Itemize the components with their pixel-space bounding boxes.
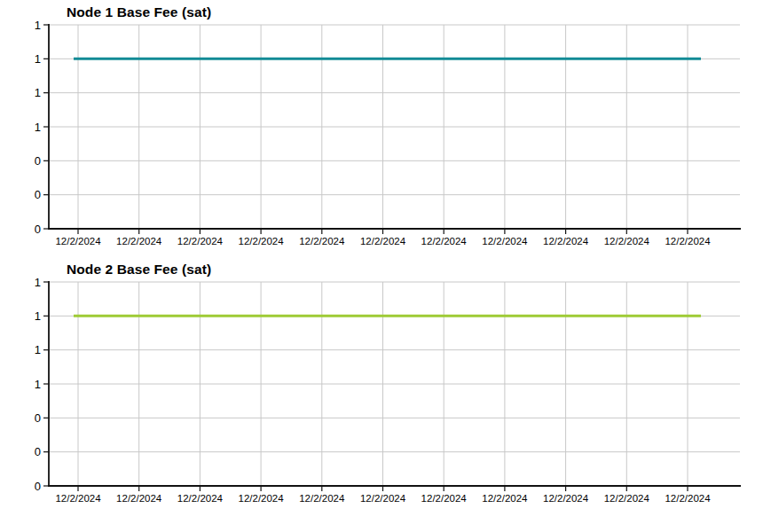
chart-node1-base-fee: Node 1 Base Fee (sat) 111100012/2/202412… [0,0,763,257]
node1-base-fee-plot: 111100012/2/202412/2/202412/2/202412/2/2… [0,0,763,257]
x-tick-label: 12/2/2024 [55,493,101,504]
y-tick-label: 0 [35,154,41,168]
x-tick-label: 12/2/2024 [543,236,589,246]
base-fee-report-page: Node 1 Base Fee (sat) 111100012/2/202412… [0,0,763,532]
x-tick-label: 12/2/2024 [360,493,406,504]
chart-node2-base-fee: Node 2 Base Fee (sat) 111100012/2/202412… [0,257,763,514]
y-tick-label: 0 [35,411,41,425]
x-tick-label: 12/2/2024 [116,236,162,246]
x-tick-label: 12/2/2024 [421,236,468,246]
x-tick-label: 12/2/2024 [177,493,224,504]
x-tick-label: 12/2/2024 [482,236,528,246]
y-tick-label: 1 [35,121,41,134]
y-tick-label: 0 [35,445,41,458]
x-tick-label: 12/2/2024 [55,236,101,246]
x-tick-label: 12/2/2024 [604,236,650,246]
y-tick-label: 0 [35,223,41,236]
x-tick-label: 12/2/2024 [360,236,406,246]
x-tick-label: 12/2/2024 [239,236,285,246]
x-tick-label: 12/2/2024 [177,236,224,246]
x-tick-label: 12/2/2024 [299,493,345,504]
y-tick-label: 1 [35,276,41,289]
x-tick-label: 12/2/2024 [482,493,528,504]
x-tick-label: 12/2/2024 [665,493,711,504]
y-tick-label: 1 [35,19,41,32]
x-tick-label: 12/2/2024 [299,236,345,246]
x-tick-label: 12/2/2024 [604,493,650,504]
y-tick-label: 1 [35,86,41,99]
x-tick-label: 12/2/2024 [665,236,711,246]
node2-base-fee-plot: 111100012/2/202412/2/202412/2/202412/2/2… [0,257,763,514]
y-tick-label: 0 [35,480,41,493]
x-tick-label: 12/2/2024 [421,493,468,504]
y-tick-label: 1 [35,309,41,323]
x-tick-label: 12/2/2024 [543,493,589,504]
y-tick-label: 0 [35,188,41,201]
y-tick-label: 1 [35,378,41,391]
x-tick-label: 12/2/2024 [239,493,285,504]
y-tick-label: 1 [35,52,41,66]
y-tick-label: 1 [35,343,41,356]
x-tick-label: 12/2/2024 [116,493,162,504]
